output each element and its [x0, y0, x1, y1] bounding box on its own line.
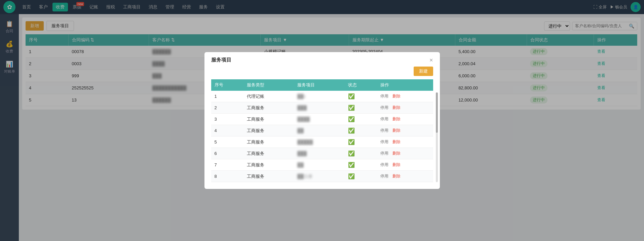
- stop-button[interactable]: 停用: [380, 151, 388, 156]
- modal-cell-action: 停用 删除: [377, 114, 433, 125]
- modal-table-wrap: 序号 服务类型 服务项目 状态 操作 1 代理记账 ██1 ✅ 停用 删除 2 …: [204, 79, 440, 189]
- modal-cell-type: 代理记账: [243, 91, 294, 102]
- modal-table-row: 5 工商服务 █████ ✅ 停用 删除: [211, 136, 433, 148]
- modal-overlay[interactable]: 服务项目 × 新建 序号 服务类型 服务项目 状态 操作 1 代理记账 ██1: [0, 0, 644, 241]
- modal-cell-item: ███: [294, 148, 345, 159]
- modal-cell-item: ████: [294, 114, 345, 125]
- scrollbar[interactable]: [436, 92, 438, 182]
- delete-button[interactable]: 删除: [392, 162, 401, 167]
- stop-button[interactable]: 停用: [380, 139, 388, 144]
- modal-cell-type: 工商服务: [243, 125, 294, 136]
- modal-cell-item: ██: [294, 159, 345, 171]
- modal-cell-seq: 1: [211, 91, 243, 102]
- modal-cell-seq: 6: [211, 148, 243, 159]
- modal-cell-type: 工商服务: [243, 171, 294, 182]
- modal-cell-seq: 8: [211, 171, 243, 182]
- delete-button[interactable]: 删除: [392, 174, 401, 178]
- modal-th-item: 服务项目: [294, 79, 345, 91]
- modal-cell-type: 工商服务: [243, 159, 294, 171]
- modal-th-seq: 序号: [211, 79, 243, 91]
- modal-cell-status: ✅: [345, 114, 377, 125]
- modal-cell-seq: 2: [211, 102, 243, 114]
- modal-cell-seq: 4: [211, 125, 243, 136]
- modal-cell-item: ██注册: [294, 171, 345, 182]
- status-check-icon: ✅: [348, 128, 355, 133]
- modal-close-button[interactable]: ×: [429, 57, 433, 63]
- modal-th-action: 操作: [377, 79, 433, 91]
- modal-cell-seq: 7: [211, 159, 243, 171]
- modal-table-row: 8 工商服务 ██注册 ✅ 停用 删除: [211, 171, 433, 182]
- delete-button[interactable]: 删除: [392, 117, 401, 121]
- status-check-icon: ✅: [348, 139, 355, 145]
- service-modal: 服务项目 × 新建 序号 服务类型 服务项目 状态 操作 1 代理记账 ██1: [204, 52, 440, 189]
- status-check-icon: ✅: [348, 162, 355, 168]
- modal-title: 服务项目: [211, 57, 231, 63]
- modal-header: 服务项目 ×: [204, 52, 440, 67]
- modal-cell-action: 停用 删除: [377, 102, 433, 114]
- modal-cell-seq: 5: [211, 136, 243, 148]
- scrollbar-thumb: [436, 92, 438, 133]
- modal-cell-status: ✅: [345, 171, 377, 182]
- modal-cell-status: ✅: [345, 91, 377, 102]
- modal-cell-status: ✅: [345, 148, 377, 159]
- delete-button[interactable]: 删除: [392, 128, 401, 133]
- status-check-icon: ✅: [348, 93, 355, 99]
- modal-cell-type: 工商服务: [243, 102, 294, 114]
- status-check-icon: ✅: [348, 116, 355, 122]
- modal-toolbar: 新建: [204, 67, 440, 79]
- status-check-icon: ✅: [348, 151, 355, 156]
- modal-cell-type: 工商服务: [243, 148, 294, 159]
- delete-button[interactable]: 删除: [392, 151, 401, 156]
- modal-table-row: 3 工商服务 ████ ✅ 停用 删除: [211, 114, 433, 125]
- modal-cell-action: 停用 删除: [377, 171, 433, 182]
- modal-table-row: 7 工商服务 ██ ✅ 停用 删除: [211, 159, 433, 171]
- modal-new-button[interactable]: 新建: [414, 67, 433, 76]
- modal-cell-status: ✅: [345, 159, 377, 171]
- stop-button[interactable]: 停用: [380, 128, 388, 133]
- modal-cell-item: █████: [294, 136, 345, 148]
- status-check-icon: ✅: [348, 173, 355, 179]
- modal-cell-action: 停用 删除: [377, 148, 433, 159]
- modal-cell-status: ✅: [345, 125, 377, 136]
- modal-header-row: 序号 服务类型 服务项目 状态 操作: [211, 79, 433, 91]
- modal-cell-item: ██1: [294, 91, 345, 102]
- modal-th-status: 状态: [345, 79, 377, 91]
- stop-button[interactable]: 停用: [380, 162, 388, 167]
- modal-th-type: 服务类型: [243, 79, 294, 91]
- modal-cell-action: 停用 删除: [377, 91, 433, 102]
- modal-cell-action: 停用 删除: [377, 136, 433, 148]
- modal-cell-type: 工商服务: [243, 136, 294, 148]
- stop-button[interactable]: 停用: [380, 94, 388, 98]
- modal-table-row: 1 代理记账 ██1 ✅ 停用 删除: [211, 91, 433, 102]
- modal-cell-status: ✅: [345, 102, 377, 114]
- modal-table-row: 4 工商服务 ██ ✅ 停用 删除: [211, 125, 433, 136]
- stop-button[interactable]: 停用: [380, 174, 388, 178]
- delete-button[interactable]: 删除: [392, 105, 401, 110]
- modal-table-row: 2 工商服务 ███ ✅ 停用 删除: [211, 102, 433, 114]
- stop-button[interactable]: 停用: [380, 117, 388, 121]
- delete-button[interactable]: 删除: [392, 139, 401, 144]
- modal-cell-type: 工商服务: [243, 114, 294, 125]
- modal-cell-seq: 3: [211, 114, 243, 125]
- modal-cell-status: ✅: [345, 136, 377, 148]
- modal-cell-action: 停用 删除: [377, 125, 433, 136]
- stop-button[interactable]: 停用: [380, 105, 388, 110]
- modal-table-row: 6 工商服务 ███ ✅ 停用 删除: [211, 148, 433, 159]
- modal-cell-item: ██: [294, 125, 345, 136]
- delete-button[interactable]: 删除: [392, 94, 401, 98]
- modal-cell-item: ███: [294, 102, 345, 114]
- modal-table: 序号 服务类型 服务项目 状态 操作 1 代理记账 ██1 ✅ 停用 删除 2 …: [211, 79, 433, 182]
- status-check-icon: ✅: [348, 105, 355, 111]
- modal-cell-action: 停用 删除: [377, 159, 433, 171]
